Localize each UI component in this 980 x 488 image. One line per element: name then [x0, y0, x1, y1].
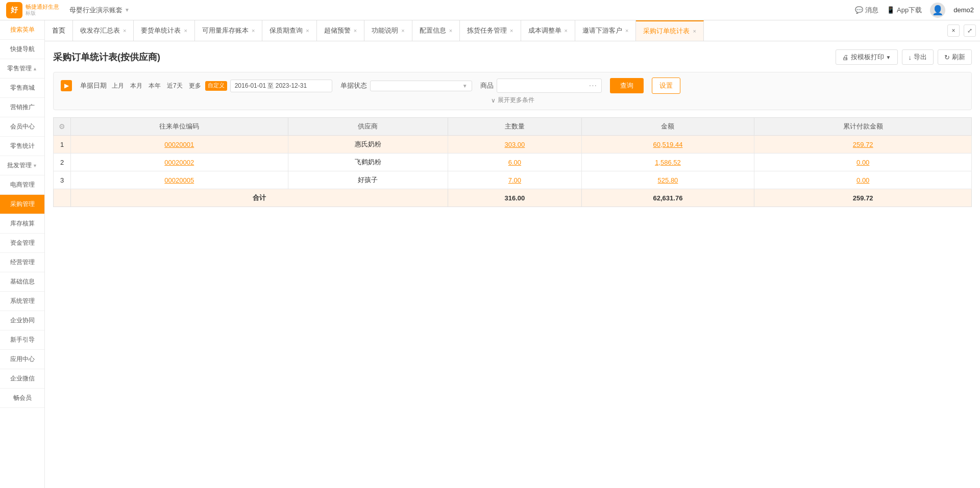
- settings-icon[interactable]: ⚙: [59, 122, 65, 131]
- row-paid[interactable]: 0.00: [754, 153, 972, 171]
- tab-purchase-stats[interactable]: 采购订单统计表 ×: [636, 20, 703, 41]
- sidebar-item-enterprise[interactable]: 企业协同: [0, 311, 44, 330]
- message-button[interactable]: 💬 消息: [855, 6, 878, 15]
- page-title: 采购订单统计表(按供应商): [53, 51, 160, 63]
- date-link-7days[interactable]: 近7天: [165, 81, 185, 91]
- row-paid[interactable]: 259.72: [754, 136, 972, 153]
- col-qty-header: 主数量: [448, 118, 581, 136]
- tab-close-icon[interactable]: ×: [565, 28, 568, 34]
- sidebar-item-search[interactable]: 搜索英单: [0, 20, 44, 40]
- date-link-this-month[interactable]: 本月: [128, 81, 144, 91]
- filter-toggle-button[interactable]: ▶: [61, 80, 72, 91]
- tab-overstock-alert[interactable]: 超储预警 ×: [317, 20, 364, 41]
- user-name[interactable]: demo2: [953, 6, 974, 14]
- tab-close-icon[interactable]: ×: [354, 28, 357, 34]
- tab-config-info[interactable]: 配置信息 ×: [412, 20, 460, 41]
- print-button[interactable]: 🖨 按模板打印 ▼: [836, 49, 898, 65]
- page-header: 采购订单统计表(按供应商) 🖨 按模板打印 ▼ ↓ 导出 ↻: [53, 49, 972, 65]
- tab-consign-task[interactable]: 拣货任务管理 ×: [460, 20, 521, 41]
- sidebar-item-purchase[interactable]: 采购管理: [0, 195, 44, 214]
- table-footer: 合计 316.00 62,631.76 259.72: [54, 189, 972, 207]
- tab-close-all-button[interactable]: ×: [947, 24, 960, 37]
- tab-receive-summary[interactable]: 收发存汇总表 ×: [73, 20, 134, 41]
- more-options-icon[interactable]: ···: [589, 81, 597, 90]
- sidebar-item-ecommerce[interactable]: 电商管理: [0, 175, 44, 195]
- sidebar-item-appcenter[interactable]: 应用中心: [0, 350, 44, 369]
- tab-close-icon[interactable]: ×: [306, 28, 309, 34]
- sidebar-item-retail-stats[interactable]: 零售统计: [0, 137, 44, 156]
- tab-home[interactable]: 首页: [45, 20, 73, 41]
- row-qty[interactable]: 303.00: [448, 136, 581, 153]
- row-amount[interactable]: 525.80: [581, 171, 754, 189]
- sidebar-item-member[interactable]: 会员中心: [0, 117, 44, 137]
- row-qty[interactable]: 7.00: [448, 171, 581, 189]
- export-button[interactable]: ↓ 导出: [902, 49, 934, 65]
- row-paid[interactable]: 0.00: [754, 171, 972, 189]
- message-icon: 💬: [855, 6, 863, 14]
- custom-date-tag[interactable]: 自定义: [205, 81, 227, 91]
- sidebar-item-finance[interactable]: 资金管理: [0, 234, 44, 253]
- table-row: 1 00020001 惠氏奶粉 303.00 60,519.44 259.72: [54, 136, 972, 153]
- date-link-last-month[interactable]: 上月: [110, 81, 126, 91]
- col-supplier-header: 供应商: [288, 118, 448, 136]
- page-content: 采购订单统计表(按供应商) 🖨 按模板打印 ▼ ↓ 导出 ↻: [45, 41, 980, 488]
- sidebar-item-newguide[interactable]: 新手引导: [0, 330, 44, 350]
- table-body: 1 00020001 惠氏奶粉 303.00 60,519.44 259.72 …: [54, 136, 972, 189]
- footer-paid: 259.72: [754, 189, 972, 207]
- sidebar-item-wechat[interactable]: 企业微信: [0, 369, 44, 389]
- table-row: 2 00020002 飞鹤奶粉 6.00 1,586.52 0.00: [54, 153, 972, 171]
- sidebar-item-retail-store[interactable]: 零售商城: [0, 79, 44, 98]
- tab-shelf-life[interactable]: 保质期查询 ×: [262, 20, 316, 41]
- tab-close-icon[interactable]: ×: [401, 28, 404, 34]
- row-code[interactable]: 00020002: [71, 153, 288, 171]
- tab-close-icon[interactable]: ×: [693, 28, 696, 34]
- tab-close-icon[interactable]: ×: [184, 28, 187, 34]
- col-code-header: 往来单位编码: [71, 118, 288, 136]
- refresh-button[interactable]: ↻ 刷新: [938, 49, 972, 65]
- company-selector[interactable]: 母婴行业演示账套 ▼: [69, 6, 130, 15]
- sidebar-item-marketing[interactable]: 营销推广: [0, 98, 44, 117]
- tab-close-icon[interactable]: ×: [123, 28, 126, 34]
- row-amount[interactable]: 60,519.44: [581, 136, 754, 153]
- tab-expand-button[interactable]: ⤢: [964, 24, 976, 37]
- sidebar-item-inventory[interactable]: 库存核算: [0, 214, 44, 234]
- expand-more-button[interactable]: ∨ 展开更多条件: [61, 94, 964, 105]
- sidebar-item-operation[interactable]: 经营管理: [0, 253, 44, 272]
- sidebar-item-retail[interactable]: 零售管理 ▲: [0, 59, 44, 79]
- tab-invite-downstream[interactable]: 邀请下游客户 ×: [575, 20, 636, 41]
- status-select[interactable]: ▼: [370, 81, 472, 91]
- sidebar-item-shortcut[interactable]: 快捷导航: [0, 40, 44, 59]
- sidebar-item-wholesale[interactable]: 批发管理 ▼: [0, 156, 44, 175]
- col-settings[interactable]: ⚙: [54, 118, 71, 136]
- app-wrapper: 好 畅捷通好生意 标版 母婴行业演示账套 ▼ 💬 消息 📱 App下载 👤 de…: [0, 0, 980, 488]
- tab-close-icon[interactable]: ×: [252, 28, 255, 34]
- tab-cost-adjust[interactable]: 成本调整单 ×: [521, 20, 575, 41]
- tab-close-icon[interactable]: ×: [510, 28, 513, 34]
- goods-filter-label: 商品: [480, 81, 494, 90]
- date-link-more[interactable]: 更多: [187, 81, 203, 91]
- tab-close-icon[interactable]: ×: [625, 28, 628, 34]
- row-qty[interactable]: 6.00: [448, 153, 581, 171]
- sidebar-item-vip[interactable]: 畅会员: [0, 389, 44, 408]
- row-code[interactable]: 00020005: [71, 171, 288, 189]
- row-amount[interactable]: 1,586.52: [581, 153, 754, 171]
- settings-button[interactable]: 设置: [652, 78, 680, 94]
- logo-text: 畅捷通好生意 标版: [26, 4, 59, 16]
- goods-filter-input[interactable]: [501, 82, 587, 90]
- row-code[interactable]: 00020001: [71, 136, 288, 153]
- date-filter-group: 单据日期 上月 本月 本年 近7天 更多 自定义: [80, 80, 332, 92]
- tab-close-icon[interactable]: ×: [449, 28, 452, 34]
- sidebar-item-basic[interactable]: 基础信息: [0, 272, 44, 292]
- query-button[interactable]: 查询: [610, 78, 644, 93]
- date-link-this-year[interactable]: 本年: [146, 81, 163, 91]
- tab-function-desc[interactable]: 功能说明 ×: [364, 20, 412, 41]
- sidebar-item-system[interactable]: 系统管理: [0, 292, 44, 311]
- date-range-value: 2016-01-01 至 2023-12-31: [235, 82, 307, 90]
- footer-label: 合计: [71, 189, 448, 207]
- sidebar: 搜索英单 快捷导航 零售管理 ▲ 零售商城 营销推广 会员中心 零售统计 批发管…: [0, 20, 45, 488]
- tab-order-stats[interactable]: 要货单统计表 ×: [134, 20, 194, 41]
- tab-available-stock[interactable]: 可用量库存账本 ×: [195, 20, 262, 41]
- date-links: 上月 本月 本年 近7天 更多 自定义: [110, 81, 227, 91]
- export-icon: ↓: [909, 54, 912, 61]
- app-download-button[interactable]: 📱 App下载: [887, 6, 922, 15]
